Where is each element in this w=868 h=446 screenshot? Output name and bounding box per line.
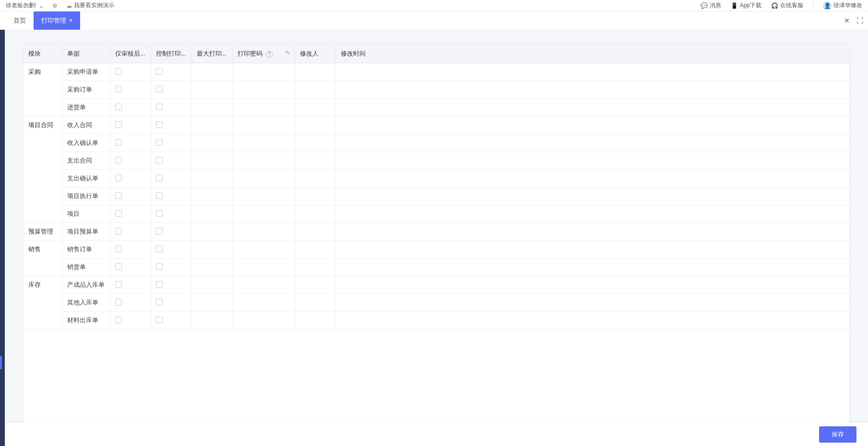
cell-password bbox=[232, 258, 295, 276]
checkbox[interactable] bbox=[115, 246, 122, 252]
table-row: 销货单 bbox=[24, 258, 849, 276]
checkbox[interactable] bbox=[156, 121, 163, 128]
cell-modifier bbox=[295, 223, 335, 241]
checkbox[interactable] bbox=[156, 192, 163, 199]
checkbox[interactable] bbox=[156, 281, 163, 288]
cell-doc: 项目执行单 bbox=[62, 188, 110, 205]
table-row: 库存产成品入库单 bbox=[24, 276, 849, 294]
cell-modifier bbox=[295, 205, 335, 223]
cell-password bbox=[232, 294, 295, 312]
cell-control bbox=[151, 152, 191, 170]
checkbox[interactable] bbox=[115, 299, 122, 305]
cell-modifier bbox=[295, 81, 335, 99]
service-link[interactable]: 🎧 在线客服 bbox=[771, 1, 803, 10]
checkbox[interactable] bbox=[115, 192, 122, 199]
table-row: 销售销售订单 bbox=[24, 241, 849, 258]
table-row: 收入确认单 bbox=[24, 134, 849, 152]
table-row: 采购采购申请单 bbox=[24, 63, 849, 81]
checkbox[interactable] bbox=[156, 68, 163, 75]
th-module: 模块 bbox=[24, 45, 62, 63]
tab-home[interactable]: 首页 bbox=[6, 12, 34, 30]
message-label: 消息 bbox=[710, 1, 721, 10]
fullscreen-icon[interactable]: ⛶ bbox=[856, 17, 863, 24]
checkbox[interactable] bbox=[115, 86, 122, 93]
cell-modifier bbox=[295, 170, 335, 188]
table-row: 其他入库单 bbox=[24, 294, 849, 312]
checkbox[interactable] bbox=[115, 281, 122, 288]
checkbox[interactable] bbox=[115, 228, 122, 235]
cell-modifier bbox=[295, 188, 335, 205]
checkbox[interactable] bbox=[156, 246, 163, 252]
th-max: 最大打印... bbox=[191, 45, 232, 63]
checkbox[interactable] bbox=[115, 68, 122, 75]
cell-time bbox=[335, 99, 849, 117]
checkbox[interactable] bbox=[115, 139, 122, 146]
message-link[interactable]: 💬 消息 bbox=[701, 1, 721, 10]
cell-max bbox=[191, 223, 232, 241]
user-menu[interactable]: 👤 徐泽华修改 bbox=[823, 1, 862, 10]
checkbox[interactable] bbox=[115, 157, 122, 164]
edit-icon[interactable]: ✎ bbox=[285, 49, 290, 56]
print-settings-table: 模块 单据 仅审核后... 控制打印... 最大打印... 打印密码 ? ✎ 修… bbox=[23, 44, 850, 446]
table-body-scroll[interactable]: 采购采购申请单采购订单进货单项目合同收入合同收入确认单支出合同支出确认单项目执行… bbox=[24, 63, 849, 446]
checkbox[interactable] bbox=[156, 139, 163, 146]
cell-control bbox=[151, 241, 191, 258]
gear-icon[interactable]: ⚙ bbox=[52, 2, 58, 9]
cell-doc: 采购申请单 bbox=[62, 63, 110, 81]
cell-module: 销售 bbox=[24, 241, 62, 276]
checkbox[interactable] bbox=[156, 157, 163, 164]
checkbox[interactable] bbox=[156, 175, 163, 181]
checkbox[interactable] bbox=[156, 317, 163, 323]
demo-link[interactable]: ☁ 我要看实例演示 bbox=[66, 1, 114, 10]
cell-audit bbox=[110, 152, 151, 170]
cell-modifier bbox=[295, 276, 335, 294]
headset-icon: 🎧 bbox=[771, 2, 778, 9]
cell-audit bbox=[110, 276, 151, 294]
checkbox[interactable] bbox=[115, 210, 122, 217]
main-content: 模块 单据 仅审核后... 控制打印... 最大打印... 打印密码 ? ✎ 修… bbox=[5, 30, 868, 446]
checkbox[interactable] bbox=[115, 317, 122, 323]
cell-max bbox=[191, 81, 232, 99]
download-link[interactable]: 📱 App下载 bbox=[731, 1, 761, 10]
checkbox[interactable] bbox=[156, 263, 163, 270]
checkbox[interactable] bbox=[156, 210, 163, 217]
checkbox[interactable] bbox=[115, 104, 122, 110]
cell-audit bbox=[110, 63, 151, 81]
cell-audit bbox=[110, 294, 151, 312]
help-icon[interactable]: ? bbox=[266, 51, 273, 58]
cell-audit bbox=[110, 258, 151, 276]
close-all-icon[interactable]: ✕ bbox=[844, 17, 850, 24]
cell-control bbox=[151, 63, 191, 81]
th-doc: 单据 bbox=[62, 45, 110, 63]
cell-time bbox=[335, 152, 849, 170]
cell-max bbox=[191, 205, 232, 223]
cell-time bbox=[335, 294, 849, 312]
cell-max bbox=[191, 152, 232, 170]
table-row: 项目 bbox=[24, 205, 849, 223]
cell-doc: 项目 bbox=[62, 205, 110, 223]
top-bar: 徐老板勿删! ⌄ ⚙ ☁ 我要看实例演示 💬 消息 📱 App下载 🎧 在线客服… bbox=[0, 0, 868, 12]
cell-module: 库存 bbox=[24, 276, 62, 329]
checkbox[interactable] bbox=[156, 228, 163, 235]
checkbox[interactable] bbox=[115, 121, 122, 128]
tab-print-management[interactable]: 打印管理 × bbox=[34, 12, 80, 30]
cell-password bbox=[232, 188, 295, 205]
cell-password bbox=[232, 312, 295, 329]
checkbox[interactable] bbox=[156, 104, 163, 110]
org-dropdown[interactable]: 徐老板勿删! ⌄ bbox=[6, 1, 44, 10]
save-button[interactable]: 保存 bbox=[819, 426, 856, 443]
checkbox[interactable] bbox=[156, 86, 163, 93]
checkbox[interactable] bbox=[156, 299, 163, 305]
checkbox[interactable] bbox=[115, 175, 122, 181]
cell-doc: 产成品入库单 bbox=[62, 276, 110, 294]
cell-modifier bbox=[295, 152, 335, 170]
download-label: App下载 bbox=[740, 1, 761, 10]
cell-max bbox=[191, 134, 232, 152]
close-icon[interactable]: × bbox=[69, 17, 72, 24]
cell-max bbox=[191, 117, 232, 134]
cell-modifier bbox=[295, 258, 335, 276]
checkbox[interactable] bbox=[115, 263, 122, 270]
cell-control bbox=[151, 134, 191, 152]
table-row: 支出合同 bbox=[24, 152, 849, 170]
phone-icon: 📱 bbox=[731, 2, 738, 9]
